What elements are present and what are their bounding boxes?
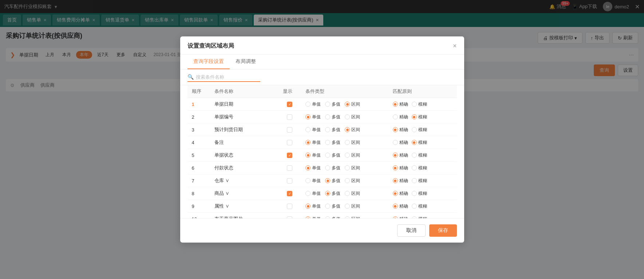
checkbox-show-1[interactable] [287, 114, 292, 120]
radio-match-模糊-3[interactable]: 模糊 [412, 140, 427, 146]
search-input[interactable] [196, 74, 254, 80]
row-show-5[interactable] [278, 162, 301, 174]
checkbox-show-4[interactable]: ✓ [287, 153, 292, 158]
radio-match-circle-模糊-0 [412, 102, 417, 107]
checkbox-show-2[interactable] [287, 127, 292, 133]
row-name-9: 有无商品图片 [210, 213, 278, 219]
radio-type-单值-3[interactable]: 单值 [305, 140, 321, 146]
radio-match-circle-精确-8 [393, 204, 398, 209]
radio-match-模糊-7[interactable]: 模糊 [412, 190, 427, 197]
checkbox-show-8[interactable] [287, 204, 292, 209]
row-show-3[interactable] [278, 136, 301, 149]
row-type-4: 单值多值区间 [301, 149, 388, 162]
radio-circle-区间-5 [345, 165, 350, 170]
radio-match-精确-2[interactable]: 精确 [393, 127, 408, 133]
radio-match-精确-6[interactable]: 精确 [393, 178, 408, 184]
radio-match-精确-4[interactable]: 精确 [393, 152, 408, 158]
radio-circle-单值-8 [305, 204, 311, 209]
radio-match-模糊-6[interactable]: 模糊 [412, 178, 427, 184]
row-show-6[interactable] [278, 174, 301, 187]
radio-type-单值-0[interactable]: 单值 [305, 101, 321, 107]
radio-type-单值-4[interactable]: 单值 [305, 152, 321, 158]
radio-match-精确-3[interactable]: 精确 [393, 140, 408, 146]
radio-circle-单值-5 [305, 165, 311, 170]
radio-type-单值-7[interactable]: 单值 [305, 190, 321, 197]
radio-type-多值-3[interactable]: 多值 [325, 140, 340, 146]
dialog-tab-layout[interactable]: 布局调整 [230, 55, 262, 69]
radio-circle-多值-1 [325, 114, 330, 119]
radio-type-区间-0[interactable]: 区间 [345, 101, 360, 107]
row-show-7[interactable]: ✓ [278, 187, 301, 200]
radio-type-单值-2[interactable]: 单值 [305, 127, 321, 133]
radio-match-模糊-1[interactable]: 模糊 [412, 114, 427, 120]
row-show-1[interactable] [278, 111, 301, 123]
radio-type-多值-6[interactable]: 多值 [325, 178, 340, 184]
radio-type-区间-7[interactable]: 区间 [345, 190, 360, 197]
save-btn[interactable]: 保存 [429, 224, 457, 237]
cancel-btn[interactable]: 取消 [397, 224, 426, 237]
search-icon: 🔍 [187, 74, 194, 80]
radio-match-精确-8[interactable]: 精确 [393, 203, 408, 209]
radio-type-多值-8[interactable]: 多值 [325, 203, 340, 209]
radio-type-单值-6[interactable]: 单值 [305, 178, 321, 184]
th-name: 条件名称 [210, 85, 278, 98]
checkbox-show-6[interactable] [287, 178, 292, 184]
row-seq-4: 5 [187, 149, 210, 162]
dialog: 设置查询区域布局 × 查询字段设置 布局调整 🔍 顺序 条件名称 显示 [180, 36, 464, 243]
radio-circle-多值-5 [325, 165, 330, 170]
row-show-4[interactable]: ✓ [278, 149, 301, 162]
row-match-6: 精确模糊 [388, 174, 457, 187]
dialog-close-btn[interactable]: × [453, 42, 457, 50]
radio-match-精确-0[interactable]: 精确 [393, 101, 408, 107]
radio-type-多值-2[interactable]: 多值 [325, 127, 340, 133]
radio-type-多值-5[interactable]: 多值 [325, 165, 340, 171]
row-type-5: 单值多值区间 [301, 162, 388, 174]
row-name-2: 预计到货日期 [210, 123, 278, 136]
radio-type-区间-2[interactable]: 区间 [345, 127, 360, 133]
radio-type-多值-0[interactable]: 多值 [325, 101, 340, 107]
radio-circle-多值-7 [325, 191, 330, 196]
checkbox-show-7[interactable]: ✓ [287, 191, 292, 196]
radio-type-区间-1[interactable]: 区间 [345, 114, 360, 120]
row-seq-2: 3 [187, 123, 210, 136]
radio-type-区间-4[interactable]: 区间 [345, 152, 360, 158]
radio-match-精确-7[interactable]: 精确 [393, 190, 408, 197]
dialog-table-scroll: 1单据日期✓单值多值区间精确模糊2单据编号单值多值区间精确模糊3预计到货日期单值… [180, 98, 464, 218]
radio-circle-多值-3 [325, 140, 330, 145]
radio-match-模糊-8[interactable]: 模糊 [412, 203, 427, 209]
radio-type-多值-4[interactable]: 多值 [325, 152, 340, 158]
radio-match-精确-1[interactable]: 精确 [393, 114, 408, 120]
radio-type-区间-6[interactable]: 区间 [345, 178, 360, 184]
radio-circle-单值-6 [305, 178, 311, 183]
dialog-tab-query-fields[interactable]: 查询字段设置 [187, 55, 230, 69]
radio-type-区间-3[interactable]: 区间 [345, 140, 360, 146]
radio-match-精确-5[interactable]: 精确 [393, 165, 408, 171]
checkbox-show-3[interactable] [287, 140, 292, 145]
checkbox-show-0[interactable]: ✓ [287, 102, 292, 107]
radio-type-单值-8[interactable]: 单值 [305, 203, 321, 209]
radio-type-多值-1[interactable]: 多值 [325, 114, 340, 120]
radio-match-circle-精确-0 [393, 102, 398, 107]
radio-match-circle-模糊-4 [412, 153, 417, 158]
checkbox-show-5[interactable] [287, 165, 292, 171]
radio-circle-单值-1 [305, 114, 311, 119]
radio-match-模糊-5[interactable]: 模糊 [412, 165, 427, 171]
row-show-9[interactable] [278, 213, 301, 219]
radio-type-多值-7[interactable]: 多值 [325, 190, 340, 197]
row-show-8[interactable] [278, 200, 301, 213]
radio-type-区间-5[interactable]: 区间 [345, 165, 360, 171]
radio-match-模糊-0[interactable]: 模糊 [412, 101, 427, 107]
radio-match-模糊-4[interactable]: 模糊 [412, 152, 427, 158]
row-show-0[interactable]: ✓ [278, 98, 301, 111]
row-match-3: 精确模糊 [388, 136, 457, 149]
row-show-2[interactable] [278, 123, 301, 136]
radio-match-模糊-2[interactable]: 模糊 [412, 127, 427, 133]
radio-type-单值-1[interactable]: 单值 [305, 114, 321, 120]
th-seq: 顺序 [187, 85, 210, 98]
radio-match-circle-精确-1 [393, 114, 398, 119]
radio-circle-多值-2 [325, 127, 330, 132]
row-match-7: 精确模糊 [388, 187, 457, 200]
radio-type-单值-5[interactable]: 单值 [305, 165, 321, 171]
row-name-1: 单据编号 [210, 111, 278, 123]
radio-type-区间-8[interactable]: 区间 [345, 203, 360, 209]
